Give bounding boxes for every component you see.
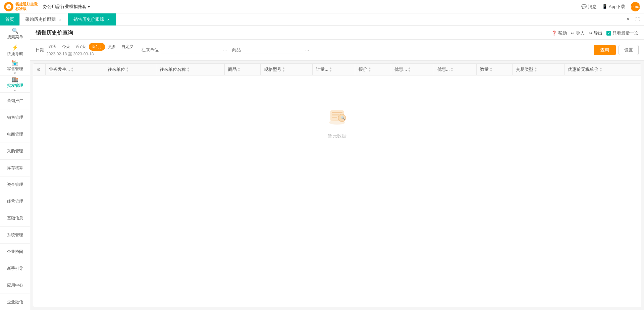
th-trade-type[interactable]: 交易类型 ▲ ▼ [513,64,565,75]
checkbox-checked-icon [606,31,611,36]
sort-arrows: ▲ ▼ [490,67,492,72]
tab-sales-close-btn[interactable]: × [106,17,111,22]
sidebar-item-label: 应用中心 [7,283,23,288]
logo-icon [4,2,13,11]
sort-arrows: ▲ ▼ [282,67,285,72]
tab-purchase-close-btn[interactable]: × [58,17,62,22]
tab-sales-history-label: 销售历史价跟踪 [73,16,104,22]
date-btn-7days[interactable]: 近7天 [73,43,88,51]
close-all-tabs-btn[interactable]: ✕ [624,15,632,23]
date-label: 日期 [36,47,44,53]
goods-more-icon[interactable]: ··· [305,48,309,53]
sidebar-item-inventory-check[interactable]: 库存核算 [0,160,30,176]
th-partner-code[interactable]: 往来单位 ▲ ▼ [104,64,156,75]
app-download-btn[interactable]: 📱 App下载 [602,4,625,10]
sort-down-icon: ▼ [282,70,285,72]
sort-up-icon: ▲ [126,67,129,69]
sort-arrows: ▲ ▼ [451,67,453,72]
partner-filter-group: 往来单位 ··· [141,47,227,53]
th-business-date[interactable]: 业务发生... ▲ ▼ [45,64,104,75]
app-selector[interactable]: 办公用品行业模拟账套 ▾ [40,2,93,11]
table-header: ⚙ 业务发生... ▲ ▼ [33,64,641,75]
only-last-checkbox[interactable]: 只看最后一次 [606,30,639,36]
date-buttons: 昨天 今天 近7天 近1月 更多 自定义 [46,43,136,51]
th-partner-name[interactable]: 往来单位名称 ▲ ▼ [156,64,224,75]
gear-icon[interactable]: ⚙ [37,67,41,72]
date-btn-today[interactable]: 今天 [60,43,72,51]
th-spec[interactable]: 规格型号 ▲ ▼ [260,64,312,75]
tabbar-actions: ✕ ⛶ [624,15,644,23]
sort-up-icon: ▲ [71,67,73,69]
th-settings[interactable]: ⚙ [33,64,45,75]
query-button[interactable]: 查询 [594,45,616,55]
th-goods-label: 商品 [228,66,237,72]
sidebar-item-enterprise-wechat[interactable]: 企业微信 [0,294,30,310]
sidebar-item-system-mgmt[interactable]: 系统管理 [0,227,30,244]
sidebar-item-label: 基础信息 [7,216,23,221]
th-goods[interactable]: 商品 ▲ ▼ [224,64,260,75]
maximize-btn[interactable]: ⛶ [633,15,641,23]
date-btn-yesterday[interactable]: 昨天 [46,43,59,51]
sort-up-icon: ▲ [238,67,240,69]
th-discount2[interactable]: 优惠... ▲ ▼ [434,64,476,75]
th-spec-label: 规格型号 [264,66,281,72]
sort-arrows: ▲ ▼ [408,67,411,72]
th-pre-discount-price[interactable]: 优惠前无税单价 ▲ ▼ [565,64,641,75]
sidebar-item-label: 企业微信 [7,300,23,305]
sort-up-icon: ▲ [187,67,190,69]
empty-icon: 🔍 [324,102,351,129]
sidebar-item-app-center[interactable]: 应用中心 [0,277,30,294]
date-btn-1month[interactable]: 近1月 [89,43,105,51]
sidebar-item-label: 企业协同 [7,249,23,255]
sidebar-item-label: 库存核算 [7,165,23,171]
topbar: 畅捷通好生意 标准版 办公用品行业模拟账套 ▾ 💬 消息 📱 App下载 dem… [0,0,644,13]
sidebar-item-wholesale-mgmt[interactable]: 🏬 批发管理 ▲ [0,76,30,93]
export-btn[interactable]: ↪ 导出 [589,30,602,36]
th-unit[interactable]: 计量... ▲ ▼ [313,64,355,75]
th-quote[interactable]: 报价 ▲ ▼ [355,64,391,75]
sidebar-item-label: 搜索菜单 [7,35,23,40]
sidebar-item-retail-mgmt[interactable]: 🏪 零售管理 ▼ [0,59,30,76]
sort-down-icon: ▼ [71,70,73,72]
sidebar-item-new-guide[interactable]: 新手引导 [0,260,30,277]
sidebar-item-sales-mgmt[interactable]: 销售管理 [0,109,30,126]
import-btn[interactable]: ↩ 导入 [571,30,585,36]
tab-sales-history[interactable]: 销售历史价跟踪 × [68,13,116,25]
tab-purchase-history[interactable]: 采购历史价跟踪 × [20,13,68,25]
settings-button[interactable]: 设置 [619,45,639,55]
sidebar-item-operation-mgmt[interactable]: 经营管理 [0,193,30,210]
sidebar-item-basic-info[interactable]: 基础信息 [0,210,30,227]
filter-bar: 日期 昨天 今天 近7天 近1月 更多 自定义 2023-02-18 至 202… [30,40,644,61]
sidebar-item-fund-mgmt[interactable]: 资金管理 [0,176,30,193]
tab-home-label: 首页 [5,16,14,22]
sort-arrows: ▲ ▼ [329,67,332,72]
date-filter-group: 日期 昨天 今天 近7天 近1月 更多 自定义 2023-02-18 至 202… [36,43,136,57]
goods-input[interactable] [243,47,303,53]
page-title: 销售历史价查询 [36,30,73,37]
help-btn[interactable]: ❓ 帮助 [551,30,567,36]
search-icon: 🔍 [12,28,18,34]
partner-more-icon[interactable]: ··· [223,48,227,53]
th-discount1[interactable]: 优惠... ▲ ▼ [391,64,434,75]
sort-down-icon: ▼ [490,70,492,72]
message-btn[interactable]: 💬 消息 [581,4,597,10]
sidebar-item-ecommerce-mgmt[interactable]: 电商管理 [0,126,30,143]
th-quantity[interactable]: 数量 ▲ ▼ [476,64,512,75]
sidebar-item-enterprise-agreement[interactable]: 企业协同 [0,244,30,260]
chevron-down-icon: ▾ [88,4,90,9]
tab-purchase-history-label: 采购历史价跟踪 [25,16,56,22]
date-btn-custom[interactable]: 自定义 [119,43,136,51]
sidebar-item-purchase-mgmt[interactable]: 采购管理 [0,143,30,160]
date-btn-more[interactable]: 更多 [106,43,118,51]
main-layout: 🔍 搜索菜单 ⚡ 快捷导航 🏪 零售管理 ▼ 🏬 批发管理 ▲ 营销推广 销售管… [0,25,644,310]
sort-arrows: ▲ ▼ [187,67,190,72]
sidebar-item-marketing[interactable]: 营销推广 [0,93,30,109]
sidebar-item-search-menu[interactable]: 🔍 搜索菜单 [0,25,30,42]
partner-input[interactable] [161,47,221,53]
sidebar-item-quick-nav[interactable]: ⚡ 快捷导航 [0,42,30,59]
page-header-actions: ❓ 帮助 ↩ 导入 ↪ 导出 只看最后一次 [551,30,639,36]
user-profile[interactable]: demo2 [631,2,640,11]
help-icon: ❓ [551,31,557,36]
sort-up-icon: ▲ [599,67,602,69]
tab-home[interactable]: 首页 [0,13,20,25]
